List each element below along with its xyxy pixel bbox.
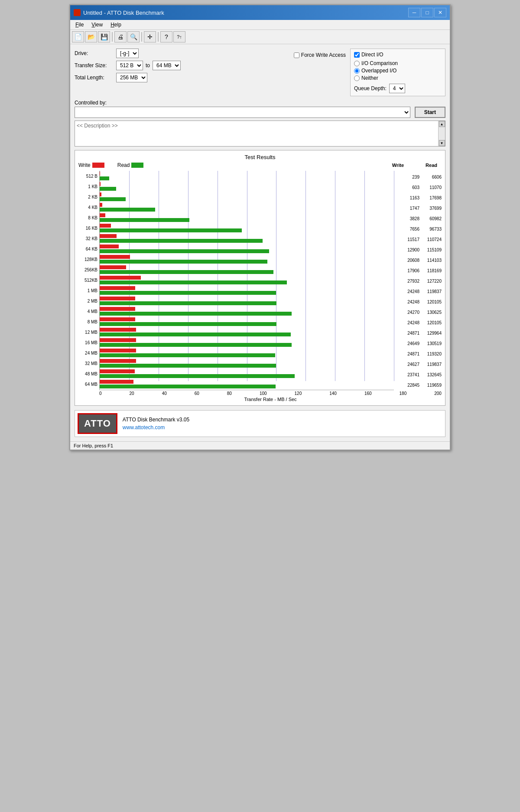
start-button[interactable]: Start: [415, 107, 445, 118]
overlapped-io-row: Overlapped I/O: [354, 68, 442, 74]
data-row-20: 22845119659: [397, 380, 442, 390]
write-val-15: 24871: [397, 331, 419, 336]
minimize-button[interactable]: ─: [408, 8, 420, 17]
total-length-row: Total Length: 256 MB: [75, 73, 289, 82]
write-bar-14: [100, 317, 135, 321]
transfer-size-to-select[interactable]: 64 MB: [153, 61, 181, 70]
print-button[interactable]: 🖨: [114, 31, 127, 42]
direct-io-row: Direct I/O: [354, 52, 442, 58]
toolbar-sep-2: [141, 32, 142, 42]
transfer-size-from-select[interactable]: 512 B: [116, 61, 143, 70]
read-bar-19: [100, 374, 295, 378]
force-write-checkbox[interactable]: [294, 52, 299, 58]
write-bar-7: [100, 245, 119, 248]
write-bar-3: [100, 203, 102, 207]
bar-row-9: [100, 264, 394, 275]
read-bar-13: [100, 312, 292, 316]
write-bar-13: [100, 307, 135, 311]
read-bar-18: [100, 364, 276, 368]
row-label-15: 12 MB: [78, 327, 99, 337]
bar-row-6: [100, 233, 394, 244]
open-button[interactable]: 📂: [85, 31, 97, 42]
io-mode-group: I/O Comparison Overlapped I/O Neither: [354, 60, 442, 81]
scroll-up-button[interactable]: ▲: [439, 121, 445, 127]
total-length-select[interactable]: 256 MB: [116, 73, 147, 82]
write-bar-16: [100, 338, 136, 342]
chart-row-labels: 512 B1 KB2 KB4 KB8 KB16 KB32 KB64 KB128K…: [78, 171, 99, 390]
bar-row-4: [100, 212, 394, 223]
help-button[interactable]: ?: [160, 31, 172, 42]
read-bar-16: [100, 343, 292, 347]
context-help-button[interactable]: ?↑: [173, 31, 185, 42]
close-button[interactable]: ✕: [434, 8, 446, 17]
controls-left: Drive: [-g-] Transfer Size: 512 B to 64 …: [75, 49, 289, 85]
read-val-15: 129964: [419, 331, 442, 336]
overlapped-io-label: Overlapped I/O: [361, 68, 396, 74]
write-val-9: 17906: [397, 268, 419, 273]
io-comparison-row: I/O Comparison: [354, 60, 442, 66]
read-bar-1: [100, 187, 116, 191]
write-bar-9: [100, 265, 126, 269]
toolbar-sep-3: [158, 32, 159, 42]
preview-button[interactable]: 🔍: [127, 31, 140, 42]
data-row-1: 60311070: [397, 182, 442, 192]
x-label-2: 40: [162, 391, 167, 396]
x-label-7: 140: [329, 391, 337, 396]
x-axis-container: 020406080100120140160180200 Transfer Rat…: [78, 390, 442, 402]
menu-view[interactable]: View: [88, 21, 106, 29]
controls-middle: Force Write Access: [294, 49, 346, 58]
read-val-16: 130519: [419, 341, 442, 346]
maximize-button[interactable]: □: [421, 8, 433, 17]
row-label-0: 512 B: [78, 171, 99, 181]
write-val-1: 603: [397, 185, 419, 190]
overlapped-io-radio[interactable]: [354, 68, 360, 74]
write-col-header: Write: [392, 163, 404, 168]
drive-select[interactable]: [-g-]: [116, 49, 139, 58]
bar-row-3: [100, 202, 394, 212]
status-text: For Help, press F1: [74, 443, 113, 448]
read-val-18: 119837: [419, 362, 442, 367]
new-button[interactable]: 📄: [72, 31, 84, 42]
data-row-14: 24248120105: [397, 317, 442, 328]
move-button[interactable]: ✛: [144, 31, 156, 42]
write-val-19: 23741: [397, 372, 419, 377]
write-legend-label: Write: [78, 162, 91, 168]
data-row-11: 24248119837: [397, 286, 442, 297]
write-bar-0: [100, 172, 100, 176]
save-button[interactable]: 💾: [98, 31, 110, 42]
controlled-by-select[interactable]: [75, 107, 410, 118]
x-label-3: 60: [195, 391, 199, 396]
read-legend-label: Read: [117, 162, 130, 168]
website-link[interactable]: www.attotech.com: [123, 424, 189, 430]
x-axis-labels-container: 020406080100120140160180200 Transfer Rat…: [99, 390, 442, 402]
write-val-2: 1163: [397, 196, 419, 200]
bar-row-1: [100, 181, 394, 192]
bar-row-20: [100, 379, 394, 389]
data-row-19: 23741132645: [397, 369, 442, 380]
read-val-4: 60982: [419, 216, 442, 221]
data-row-4: 382860982: [397, 213, 442, 224]
controlled-by-section: Controlled by: Start: [75, 100, 445, 118]
row-label-7: 64 KB: [78, 244, 99, 254]
scroll-down-button[interactable]: ▼: [439, 140, 445, 146]
row-label-17: 24 MB: [78, 348, 99, 358]
data-row-17: 24871119320: [397, 349, 442, 359]
row-label-1: 1 KB: [78, 181, 99, 192]
queue-depth-select[interactable]: 4: [389, 84, 405, 93]
direct-io-checkbox[interactable]: [354, 52, 360, 58]
to-label: to: [146, 62, 150, 68]
row-label-13: 4 MB: [78, 306, 99, 316]
force-write-label: Force Write Access: [301, 52, 346, 58]
legend-write: Write: [78, 162, 104, 168]
results-section: Test Results Write Read Write Read 512 B…: [75, 150, 445, 406]
read-val-5: 96733: [419, 227, 442, 232]
neither-radio[interactable]: [354, 75, 360, 81]
bar-row-17: [100, 348, 394, 358]
io-comparison-radio[interactable]: [354, 61, 360, 66]
read-val-19: 132645: [419, 372, 442, 377]
write-bar-11: [100, 286, 135, 290]
menu-file[interactable]: File: [72, 21, 87, 29]
menu-help[interactable]: Help: [107, 21, 125, 29]
io-comparison-label: I/O Comparison: [361, 60, 398, 66]
write-val-3: 1747: [397, 206, 419, 211]
